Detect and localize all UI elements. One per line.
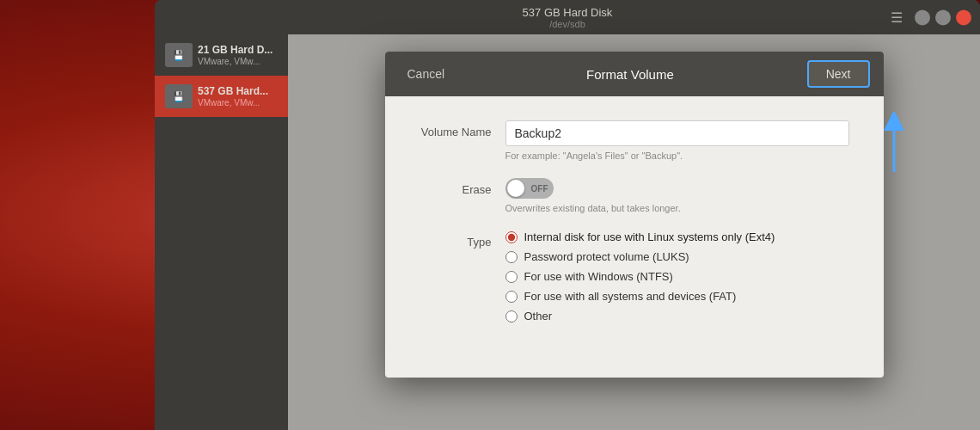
cancel-button[interactable]: Cancel xyxy=(399,62,454,86)
maximize-button[interactable] xyxy=(935,9,951,25)
volume-name-input[interactable] xyxy=(505,120,849,146)
dialog-header: Cancel Format Volume Next xyxy=(385,52,884,96)
volume-name-control: For example: "Angela's Files" or "Backup… xyxy=(505,120,849,161)
main-window: 537 GB Hard Disk /dev/sdb ☰ 💾 21 GB Hard… xyxy=(155,0,980,430)
volume-name-hint: For example: "Angela's Files" or "Backup… xyxy=(505,150,849,161)
disk-icon-21gb: 💾 xyxy=(165,43,193,67)
window-title: 537 GB Hard Disk xyxy=(523,6,613,19)
sidebar-item-537gb-title: 537 GB Hard... xyxy=(198,85,268,97)
title-bar: 537 GB Hard Disk /dev/sdb ☰ xyxy=(155,0,980,34)
radio-fat[interactable] xyxy=(505,291,518,303)
menu-icon[interactable]: ☰ xyxy=(884,6,910,29)
next-button[interactable]: Next xyxy=(807,60,870,88)
radio-option-fat[interactable]: For use with all systems and devices (FA… xyxy=(505,290,849,303)
title-bar-text: 537 GB Hard Disk /dev/sdb xyxy=(523,6,613,29)
minimize-button[interactable] xyxy=(915,9,930,25)
radio-option-ntfs[interactable]: For use with Windows (NTFS) xyxy=(505,270,849,283)
dialog-title: Format Volume xyxy=(453,67,807,82)
radio-ext4-label: Internal disk for use with Linux systems… xyxy=(524,230,775,243)
radio-ntfs[interactable] xyxy=(505,271,518,283)
window-subtitle: /dev/sdb xyxy=(523,19,613,29)
radio-other[interactable] xyxy=(505,310,518,322)
radio-ntfs-label: For use with Windows (NTFS) xyxy=(524,270,673,283)
toggle-state-label: OFF xyxy=(531,184,548,194)
sidebar-item-21gb-text: 21 GB Hard D... VMware, VMw... xyxy=(198,44,273,66)
sidebar-item-21gb-title: 21 GB Hard D... xyxy=(198,44,273,56)
toggle-knob xyxy=(507,180,524,197)
content-area: Cancel Format Volume Next Volume Name Fo… xyxy=(288,34,980,430)
radio-option-ext4[interactable]: Internal disk for use with Linux systems… xyxy=(505,230,849,243)
radio-option-other[interactable]: Other xyxy=(505,310,849,322)
sidebar-item-537gb[interactable]: 💾 537 GB Hard... VMware, VMw... xyxy=(155,76,288,117)
radio-other-label: Other xyxy=(524,310,553,322)
sidebar-item-537gb-text: 537 GB Hard... VMware, VMw... xyxy=(198,85,268,108)
sidebar-item-21gb-sub: VMware, VMw... xyxy=(198,57,273,66)
type-radio-group: Internal disk for use with Linux systems… xyxy=(505,230,849,329)
disk-icon-537gb: 💾 xyxy=(165,84,193,108)
sidebar-item-21gb-row: 💾 21 GB Hard D... VMware, VMw... xyxy=(165,43,278,67)
type-label: Type xyxy=(420,230,505,249)
dialog-body: Volume Name For example: "Angela's Files… xyxy=(385,96,884,378)
erase-row: Erase OFF Overwrites existing data, but … xyxy=(420,178,849,213)
sidebar-item-537gb-row: 💾 537 GB Hard... VMware, VMw... xyxy=(165,84,278,108)
sidebar-item-537gb-sub: VMware, VMw... xyxy=(198,98,268,108)
erase-control: OFF Overwrites existing data, but takes … xyxy=(505,178,849,213)
sidebar-item-21gb[interactable]: 💾 21 GB Hard D... VMware, VMw... xyxy=(155,34,288,76)
erase-hint: Overwrites existing data, but takes long… xyxy=(505,203,849,213)
radio-luks[interactable] xyxy=(505,251,518,263)
type-row: Type Internal disk for use with Linux sy… xyxy=(420,230,849,329)
radio-luks-label: Password protect volume (LUKS) xyxy=(524,250,689,263)
title-bar-controls: ☰ xyxy=(884,6,971,29)
erase-toggle-row: OFF xyxy=(505,178,849,199)
sidebar: 💾 21 GB Hard D... VMware, VMw... 💾 537 G… xyxy=(155,34,288,430)
radio-option-luks[interactable]: Password protect volume (LUKS) xyxy=(505,250,849,263)
close-button[interactable] xyxy=(956,9,971,25)
radio-fat-label: For use with all systems and devices (FA… xyxy=(524,290,737,303)
format-volume-dialog: Cancel Format Volume Next Volume Name Fo… xyxy=(385,52,884,378)
volume-name-row: Volume Name For example: "Angela's Files… xyxy=(420,120,849,161)
erase-label: Erase xyxy=(420,178,505,196)
dialog-overlay: Cancel Format Volume Next Volume Name Fo… xyxy=(288,34,980,430)
erase-toggle[interactable]: OFF xyxy=(505,178,554,199)
volume-name-label: Volume Name xyxy=(420,120,505,138)
radio-ext4[interactable] xyxy=(505,231,518,243)
